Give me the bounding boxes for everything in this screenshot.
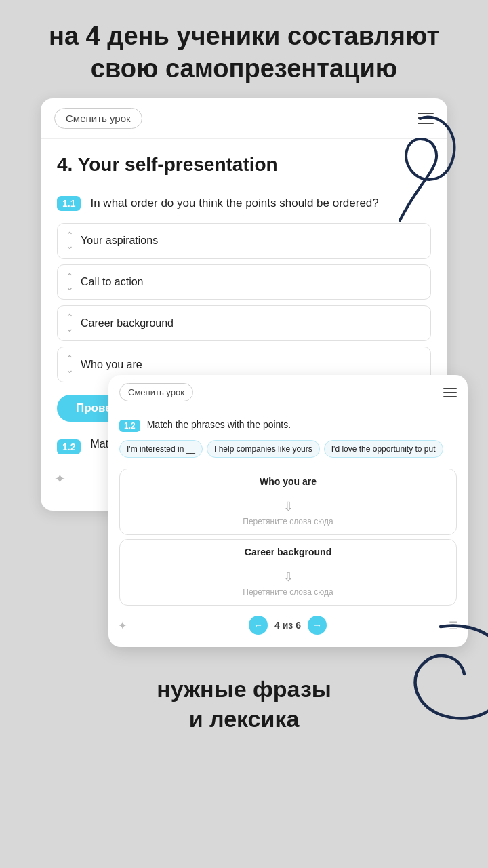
second-footer-nav: ← 4 из 6 → bbox=[249, 616, 327, 635]
drop-zone-1-title: Who you are bbox=[129, 476, 447, 487]
drop-zone-1[interactable]: Who you are ⇩ Перетяните слова сюда bbox=[119, 469, 457, 535]
drop-zone-1-area: ⇩ Перетяните слова сюда bbox=[129, 494, 447, 529]
sort-label-4: Who you are bbox=[81, 359, 142, 371]
list-icon[interactable]: ☰ bbox=[449, 619, 458, 632]
annotation-structure: добавляю структуру в помощь bbox=[480, 232, 488, 302]
sort-arrows-4[interactable]: ⌃ ⌄ bbox=[66, 354, 74, 375]
page-heading: на 4 день ученики составляют свою самопр… bbox=[0, 0, 488, 98]
lesson-title: 4. Your self-presentation bbox=[41, 139, 447, 184]
sort-label-1: Your aspirations bbox=[81, 235, 158, 247]
sort-arrows-2[interactable]: ⌃ ⌄ bbox=[66, 272, 74, 293]
drop-zone-2[interactable]: Career background ⇩ Перетяните слова сюд… bbox=[119, 539, 457, 606]
sort-label-3: Career background bbox=[81, 317, 174, 330]
second-question-text: Match the phrases with the points. bbox=[147, 418, 291, 432]
second-card-footer: ✦ ← 4 из 6 → ☰ bbox=[108, 610, 468, 640]
phrase-chips: I'm interested in __ I help companies li… bbox=[108, 437, 468, 465]
phrase-chip-1[interactable]: I help companies like yours bbox=[207, 440, 320, 458]
second-card-wrapper: Сменить урок 1.2 Match the phrases with … bbox=[108, 375, 468, 647]
second-question-number: 1.2 bbox=[119, 420, 140, 432]
second-change-lesson-button[interactable]: Сменить урок bbox=[119, 383, 193, 401]
phrase-chip-2[interactable]: I'd love the opportunity to put bbox=[324, 440, 443, 458]
sort-arrows-1[interactable]: ⌃ ⌄ bbox=[66, 231, 74, 252]
sort-item-2[interactable]: ⌃ ⌄ Call to action bbox=[57, 264, 431, 300]
drop-zone-2-title: Career background bbox=[129, 547, 447, 557]
sort-list: ⌃ ⌄ Your aspirations ⌃ ⌄ Call to action … bbox=[57, 223, 431, 382]
question-block: 1.1 In what order do you think the point… bbox=[41, 184, 447, 218]
second-hamburger-menu[interactable] bbox=[443, 388, 457, 397]
sort-item-3[interactable]: ⌃ ⌄ Career background bbox=[57, 305, 431, 341]
question-text: In what order do you think the points sh… bbox=[90, 195, 378, 212]
magic-wand-icon[interactable]: ✦ bbox=[54, 471, 66, 487]
sort-label-2: Call to action bbox=[81, 276, 144, 288]
second-lesson-card: Сменить урок 1.2 Match the phrases with … bbox=[108, 375, 468, 647]
drop-placeholder-2: Перетяните слова сюда bbox=[243, 587, 333, 597]
second-prev-button[interactable]: ← bbox=[249, 616, 268, 635]
change-lesson-button[interactable]: Сменить урок bbox=[54, 108, 142, 129]
second-card-header: Сменить урок bbox=[108, 375, 468, 410]
phrase-chip-0[interactable]: I'm interested in __ bbox=[119, 440, 203, 458]
download-icon-1: ⇩ bbox=[283, 499, 293, 514]
second-question-block: 1.2 Match the phrases with the points. bbox=[108, 410, 468, 437]
second-next-button[interactable]: → bbox=[308, 616, 327, 635]
next-question-number: 1.2 bbox=[57, 439, 81, 454]
second-magic-wand-icon[interactable]: ✦ bbox=[118, 619, 127, 632]
question-number: 1.1 bbox=[57, 196, 81, 211]
download-icon-2: ⇩ bbox=[283, 570, 293, 585]
card-header: Сменить урок bbox=[41, 98, 447, 139]
bottom-text: нужные фразы и лексика bbox=[0, 647, 488, 754]
sort-item-1[interactable]: ⌃ ⌄ Your aspirations bbox=[57, 223, 431, 259]
sort-arrows-3[interactable]: ⌃ ⌄ bbox=[66, 313, 74, 334]
drop-placeholder-1: Перетяните слова сюда bbox=[243, 517, 333, 526]
hamburger-menu[interactable] bbox=[418, 113, 434, 125]
second-page-indicator: 4 из 6 bbox=[274, 620, 301, 631]
drop-zone-2-area: ⇩ Перетяните слова сюда bbox=[129, 564, 447, 599]
